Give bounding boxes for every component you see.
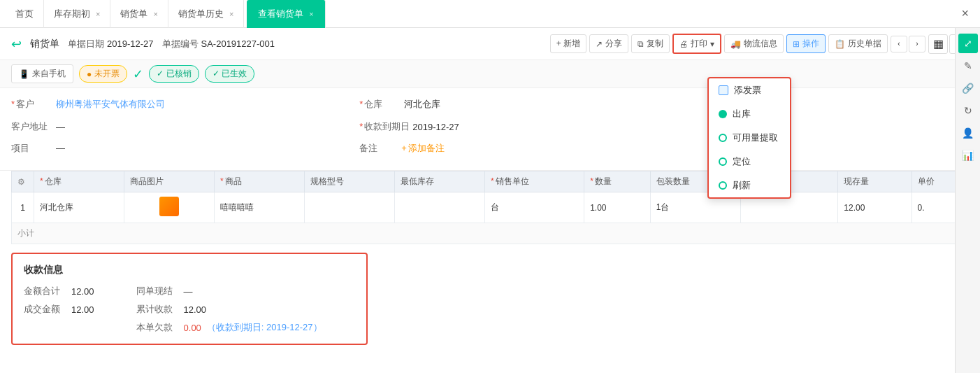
balance-note: （收款到期日: 2019-12-27） (207, 321, 322, 334)
project-field: 项目 — (11, 141, 359, 155)
amount-total-value: 12.00 (71, 286, 94, 297)
balance-label: 本单欠款 (136, 321, 178, 334)
logistics-button[interactable]: 🚚 物流信息 (724, 34, 784, 53)
settings-icon[interactable]: ⚙ (17, 177, 25, 187)
share-icon: ↗ (596, 39, 603, 49)
dropdown-locate[interactable]: 定位 (709, 150, 790, 174)
col-image: 商品图片 (124, 171, 214, 192)
row-seq: 1 (12, 192, 34, 223)
doc-number-value: SA-20191227-001 (201, 38, 275, 49)
project-value: — (53, 141, 68, 155)
doc-title-area: ↩ 销货单 单据日期 2019-12-27 单据编号 SA-20191227-0… (11, 36, 275, 52)
transaction-amount-label: 成交金额 (24, 303, 66, 316)
history-button[interactable]: 📋 历史单据 (828, 34, 888, 53)
form-row-2: 客户地址 — 收款到期日 2019-12-27 票据类型 不开票 (11, 119, 969, 134)
col-quantity: 数量 (584, 171, 651, 192)
sidebar-icon-user[interactable]: 👤 (958, 123, 978, 143)
tab-close-sales-history[interactable]: × (229, 10, 233, 18)
doc-number-label: 单据编号 (162, 38, 199, 50)
payment-date-label: 收款到期日 (359, 120, 410, 133)
prev-button[interactable]: ‹ (891, 36, 907, 52)
effective-tag[interactable]: ✓ 已生效 (205, 65, 254, 83)
customer-label: 客户 (11, 98, 53, 111)
copy-icon: ⧉ (637, 39, 644, 49)
tab-view-sales[interactable]: 查看销货单 × (247, 0, 325, 28)
sidebar-icon-refresh[interactable]: ↻ (958, 101, 978, 120)
dropdown-refresh[interactable]: 刷新 (709, 174, 790, 197)
row-min-stock (394, 192, 484, 223)
warehouse-field: 仓库 河北仓库 (359, 97, 707, 112)
cancelled-tag[interactable]: ✓ 已核销 (149, 65, 199, 83)
tab-home[interactable]: 首页 (6, 0, 44, 28)
col-spec: 规格型号 (304, 171, 394, 192)
product-image (159, 197, 179, 216)
dropdown-outbound[interactable]: 出库 (709, 102, 790, 126)
next-button[interactable]: › (909, 36, 925, 52)
right-sidebar: ⤢ ✎ 🔗 ↻ 👤 📊 (955, 28, 980, 373)
tab-close-sales[interactable]: × (153, 10, 157, 18)
col-unit: 销售单位 (484, 171, 584, 192)
new-button[interactable]: + 新增 (550, 34, 586, 53)
row-current-stock: 12.00 (838, 192, 911, 223)
sidebar-icon-expand[interactable]: ⤢ (958, 34, 978, 53)
operation-icon: ⊞ (793, 39, 800, 49)
sidebar-icon-data[interactable]: 📊 (958, 146, 978, 165)
grid-view-button[interactable]: ▦ (928, 34, 948, 54)
not-open-ticket-tag[interactable]: ● 未开票 (79, 65, 127, 83)
row-warehouse: 河北仓库 (34, 192, 124, 223)
payment-rows: 金额合计 12.00 成交金额 12.00 同单现结 — 累计收款 12.00 (24, 285, 355, 334)
notes-field: 备注 添加备注 (359, 142, 707, 155)
same-order-label: 同单现结 (136, 285, 178, 297)
subtotal-label: 小计 (12, 223, 969, 244)
table-row: 1 河北仓库 嘻嘻嘻嘻 台 1.00 1台 12.00 0. (12, 192, 969, 223)
toolbar: + 新增 ↗ 分享 ⧉ 复制 🖨 打印 ▾ 🚚 物流信息 ⊞ 操作 (550, 34, 969, 54)
warehouse-value[interactable]: 河北仓库 (401, 97, 443, 112)
col-product: 商品 (214, 171, 304, 192)
balance-row: 本单欠款 0.00 （收款到期日: 2019-12-27） (136, 321, 322, 334)
add-note-button[interactable]: 添加备注 (401, 142, 445, 155)
payment-date-value[interactable]: 2019-12-27 (410, 120, 462, 134)
cumulative-value: 12.00 (184, 304, 207, 315)
copy-button[interactable]: ⧉ 复制 (631, 34, 670, 53)
window-close-button[interactable]: × (956, 6, 974, 21)
same-order-row: 同单现结 — (136, 285, 322, 297)
tab-close-inventory[interactable]: × (96, 10, 100, 18)
main-content: ↩ 销货单 单据日期 2019-12-27 单据编号 SA-20191227-0… (0, 28, 980, 373)
transaction-amount-row: 成交金额 12.00 (24, 303, 94, 316)
tab-sales[interactable]: 销货单 × (110, 0, 168, 28)
share-button[interactable]: ↗ 分享 (589, 34, 628, 53)
address-value: — (53, 120, 68, 134)
col-settings: ⚙ (12, 171, 34, 192)
sidebar-icon-link[interactable]: 🔗 (958, 78, 978, 98)
tab-inventory[interactable]: 库存期初 × (44, 0, 110, 28)
cumulative-row: 累计收款 12.00 (136, 303, 322, 316)
balance-value: 0.00 (184, 323, 201, 333)
row-unit: 台 (484, 192, 584, 223)
doc-date-value: 2019-12-27 (107, 38, 154, 49)
tab-close-view-sales[interactable]: × (309, 10, 313, 18)
available-pickup-icon (719, 134, 727, 142)
dropdown-add-invoice[interactable]: 添发票 (709, 78, 790, 102)
col-warehouse: 仓库 (34, 171, 124, 192)
payment-title: 收款信息 (24, 264, 355, 276)
row-quantity: 1.00 (584, 192, 651, 223)
history-icon: 📋 (835, 39, 845, 49)
form-area: 客户 柳州粤港平安气体有限公司 仓库 河北仓库 业务员 演示账号 客户地址 — … (0, 88, 980, 171)
print-icon: 🖨 (679, 39, 688, 49)
tab-bar: 首页 库存期初 × 销货单 × 销货单历史 × 查看销货单 × × (0, 0, 980, 28)
print-button[interactable]: 🖨 打印 ▾ (672, 34, 721, 54)
amount-total-row: 金额合计 12.00 (24, 285, 94, 297)
customer-value[interactable]: 柳州粤港平安气体有限公司 (53, 97, 168, 112)
form-row-1: 客户 柳州粤港平安气体有限公司 仓库 河北仓库 业务员 演示账号 (11, 97, 969, 112)
payment-col-left: 金额合计 12.00 成交金额 12.00 (24, 285, 94, 334)
dropdown-available-pickup[interactable]: 可用量提取 (709, 126, 790, 150)
from-phone-button[interactable]: 📱 来自手机 (11, 64, 73, 83)
col-current-stock: 现存量 (838, 171, 911, 192)
sidebar-icon-edit[interactable]: ✎ (958, 56, 978, 76)
tab-sales-history[interactable]: 销货单历史 × (168, 0, 244, 28)
add-invoice-icon (719, 85, 728, 95)
address-field: 客户地址 — (11, 120, 359, 134)
subtotal-row: 小计 (12, 223, 969, 244)
check-icon-tag: ✓ (133, 66, 143, 82)
operation-button[interactable]: ⊞ 操作 (786, 34, 826, 53)
